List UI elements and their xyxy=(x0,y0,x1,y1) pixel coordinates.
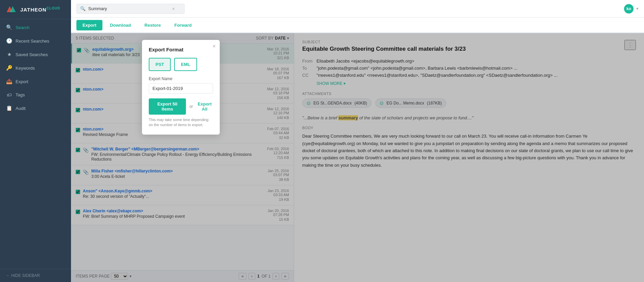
clear-search-button[interactable]: × xyxy=(172,6,175,11)
search-input[interactable] xyxy=(88,6,169,11)
sidebar-item-saved-searches[interactable]: ★ Saved Searches xyxy=(0,48,71,61)
sidebar-item-label: Tags xyxy=(16,92,25,97)
sidebar-item-keywords[interactable]: 🔑 Keywords xyxy=(0,61,71,75)
modal-title: Export Format xyxy=(149,47,213,52)
logo-text: JATHEONCLOUD xyxy=(20,6,60,13)
tab-forward[interactable]: Forward xyxy=(168,20,198,30)
modal-actions: Export 50 Items or Export All xyxy=(149,98,213,115)
saved-icon: ★ xyxy=(6,51,12,57)
tabs-bar: Export Download Restore Forward xyxy=(71,18,644,33)
recent-icon: 🕐 xyxy=(6,38,12,44)
tab-export[interactable]: Export xyxy=(76,20,102,30)
sidebar-item-tags[interactable]: 🏷 Tags xyxy=(0,88,71,101)
audit-icon: 📋 xyxy=(6,105,12,111)
or-label: or xyxy=(189,104,193,109)
logo-icon xyxy=(5,5,18,14)
hide-sidebar-button[interactable]: ← HIDE SIDEBAR xyxy=(0,269,71,282)
export-format-modal: × Export Format PST EML Export Name Expo… xyxy=(142,40,220,135)
export-name-input[interactable] xyxy=(149,83,213,94)
export-icon: 📤 xyxy=(6,78,12,85)
export-all-button[interactable]: Export All xyxy=(196,101,213,112)
format-eml-button[interactable]: EML xyxy=(174,58,197,71)
topbar-right: ko ▾ xyxy=(624,4,639,14)
format-pst-button[interactable]: PST xyxy=(149,58,171,71)
search-icon: 🔍 xyxy=(6,24,12,30)
search-box: 🔍 × xyxy=(76,4,185,14)
user-avatar: ko xyxy=(624,4,634,14)
sidebar: JATHEONCLOUD 🔍 Search 🕐 Recent Searches … xyxy=(0,0,71,282)
sidebar-item-label: Saved Searches xyxy=(16,52,48,57)
export-items-button[interactable]: Export 50 Items xyxy=(149,98,186,115)
modal-note: This may take some time depending on the… xyxy=(149,117,213,128)
sidebar-item-label: Audit xyxy=(16,106,26,111)
sidebar-item-label: Search xyxy=(16,25,29,30)
sidebar-item-search[interactable]: 🔍 Search xyxy=(0,21,71,34)
export-name-label: Export Name xyxy=(149,76,213,81)
search-icon: 🔍 xyxy=(80,6,86,11)
format-buttons: PST EML xyxy=(149,58,213,71)
tab-restore[interactable]: Restore xyxy=(138,20,167,30)
main-area: 🔍 × ko ▾ Export Download Restore Forward… xyxy=(71,0,644,282)
tags-icon: 🏷 xyxy=(6,92,12,98)
sidebar-item-label: Recent Searches xyxy=(16,39,49,44)
sidebar-item-label: Export xyxy=(16,79,28,84)
sidebar-item-audit[interactable]: 📋 Audit xyxy=(0,101,71,115)
tab-download[interactable]: Download xyxy=(104,20,137,30)
chevron-down-icon[interactable]: ▾ xyxy=(636,6,639,11)
sidebar-item-export[interactable]: 📤 Export xyxy=(0,75,71,88)
logo-area: JATHEONCLOUD xyxy=(0,0,71,19)
sidebar-nav: 🔍 Search 🕐 Recent Searches ★ Saved Searc… xyxy=(0,19,71,269)
modal-overlay: × Export Format PST EML Export Name Expo… xyxy=(71,33,644,282)
keywords-icon: 🔑 xyxy=(6,65,12,71)
content-row: 5 ITEMS SELECTED SORT BY DATE ▾ 📎 equita… xyxy=(71,33,644,282)
sidebar-item-label: Keywords xyxy=(16,66,35,71)
modal-close-button[interactable]: × xyxy=(213,43,216,49)
sidebar-item-recent-searches[interactable]: 🕐 Recent Searches xyxy=(0,34,71,48)
topbar: 🔍 × ko ▾ xyxy=(71,0,644,18)
